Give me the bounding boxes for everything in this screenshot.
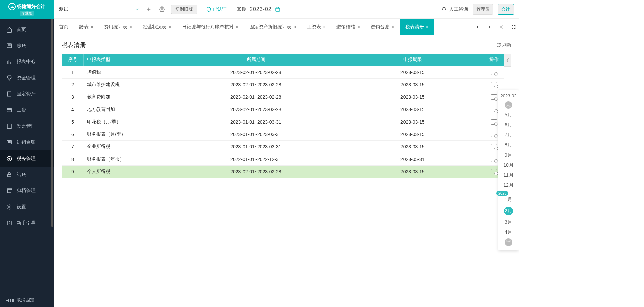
month-option[interactable]: 7月 [503,130,514,140]
tabs-close-all[interactable] [495,19,507,35]
cell-index: 4 [62,103,84,116]
view-detail-icon[interactable] [491,169,497,174]
tab-tax-register[interactable]: 税表清册× [400,19,434,35]
table-row[interactable]: 2城市维护建设税2023-02-01~2023-02-282023-03-15 [62,78,504,91]
tabs-scroll-left[interactable] [471,19,483,35]
close-icon[interactable]: × [357,24,360,30]
tab-journal[interactable]: 日记账与银行对账单核对× [177,19,244,35]
tabs-scroll-right[interactable] [483,19,495,35]
sidebar-item-reports[interactable]: 报表中心 [0,54,54,70]
month-option[interactable]: 3月 [504,217,513,227]
tab-payroll[interactable]: 工资表× [302,19,331,35]
tab-label: 经营状况表 [143,24,166,30]
sidebar-item-home[interactable]: 首页 [0,21,54,38]
cell-type: 印花税（月/季） [84,116,171,128]
close-icon[interactable]: × [323,24,326,30]
refresh-icon [496,43,501,47]
month-option[interactable]: 11月 [503,170,514,180]
expand-handle[interactable]: ❮ [504,54,511,67]
month-option[interactable]: 9月 [503,150,514,160]
month-option[interactable]: 2月 [504,205,513,217]
close-icon[interactable]: × [391,24,394,30]
sidebar-scrollbar[interactable] [51,19,54,294]
table-row[interactable]: 4地方教育附加2023-02-01~2023-02-282023-03-15 [62,103,504,116]
tab-aging[interactable]: 龄表× [74,19,99,35]
view-detail-icon[interactable] [491,144,497,149]
sidebar-label: 发票管理 [17,123,36,129]
sidebar-item-settings[interactable]: 设置 [0,199,54,215]
brand-logo[interactable]: ☁ 畅捷通好会计 专业版 [0,0,54,19]
month-option[interactable]: 5月 [503,110,514,120]
sidebar-item-invoice[interactable]: 发票管理 [0,118,54,134]
close-icon[interactable]: × [129,24,132,30]
view-detail-icon[interactable] [491,132,497,137]
tab-label: 固定资产折旧统计表 [249,24,291,30]
sidebar-item-archive[interactable]: 归档管理 [0,183,54,199]
close-icon[interactable]: × [293,24,296,30]
cell-period: 2023-01-01~2023-03-31 [171,128,341,140]
close-icon[interactable]: × [91,24,93,30]
month-option[interactable]: 1月 [504,194,513,205]
close-icon[interactable]: × [236,24,238,30]
add-button[interactable] [144,5,153,14]
view-detail-icon[interactable] [491,119,497,125]
role-admin-button[interactable]: 管理员 [473,4,493,15]
table-row[interactable]: 7企业所得税2023-01-01~2023-03-312023-03-15 [62,140,504,153]
date-scroll-up[interactable]: ︽ [505,101,512,109]
table-row[interactable]: 3教育费附加2023-02-01~2023-02-282023-03-15 [62,91,504,103]
sidebar-item-salary[interactable]: 工资 [0,102,54,118]
calendar-icon[interactable] [275,7,280,12]
sidebar-pin-toggle[interactable]: ◀▮▮ 取消固定 [0,293,54,307]
cell-type: 城市维护建设税 [84,79,171,91]
sidebar-item-inventory[interactable]: 进销台账 [0,134,54,150]
cell-type: 地方教育附加 [84,103,171,116]
tab-audit[interactable]: 进销稽核× [331,19,365,35]
month-option[interactable]: 6月 [503,120,514,130]
close-icon[interactable]: × [168,24,171,30]
sidebar-item-guide[interactable]: 新手引导 [0,215,54,231]
month-option[interactable]: 12月 [503,180,514,190]
date-scroll-down[interactable]: ︾ [505,238,512,246]
company-selector[interactable]: 测试 [59,6,140,12]
view-detail-icon[interactable] [491,94,497,100]
tab-depreciation[interactable]: 固定资产折旧统计表× [244,19,302,35]
tab-label: 日记账与银行对账单核对 [182,24,234,30]
sidebar-item-closing[interactable]: 结账 [0,167,54,183]
settings-top-button[interactable] [158,5,166,14]
view-detail-icon[interactable] [491,157,497,162]
cell-type: 企业所得税 [84,141,171,153]
sidebar-item-tax[interactable]: 税务管理 [0,150,54,167]
cell-index: 6 [62,128,84,140]
close-icon[interactable]: × [426,24,429,30]
table-row[interactable]: 9个人所得税2023-02-01~2023-02-282023-03-15 [62,165,504,178]
money-icon [6,75,13,81]
cell-period: 2022-01-01~2022-12-31 [171,153,341,165]
role-accountant-button[interactable]: 会计 [498,4,514,15]
tab-inventory-ledger[interactable]: 进销台账× [365,19,399,35]
page-title: 税表清册 [62,41,86,49]
table-row[interactable]: 6财务报表（月/季）2023-01-01~2023-03-312023-03-1… [62,128,504,140]
chart-icon [6,58,13,65]
view-detail-icon[interactable] [491,70,497,75]
table-row[interactable]: 8财务报表（年报）2022-01-01~2022-12-312023-05-31 [62,153,504,165]
sidebar-item-ledger[interactable]: 总账 [0,38,54,54]
month-option[interactable]: 4月 [504,227,513,237]
refresh-button[interactable]: 刷新 [496,42,511,48]
tab-expense[interactable]: 费用统计表× [99,19,138,35]
month-option[interactable]: 8月 [503,140,514,150]
switch-old-version-button[interactable]: 切到旧版 [171,5,197,14]
sidebar-item-assets[interactable]: 固定资产 [0,86,54,102]
tab-home[interactable]: 首页 [54,19,74,35]
view-detail-icon[interactable] [491,107,497,112]
view-detail-icon[interactable] [491,82,497,87]
table-row[interactable]: 5印花税（月/季）2023-01-01~2023-03-312023-03-15 [62,116,504,128]
tab-business[interactable]: 经营状况表× [138,19,176,35]
cell-period: 2023-02-01~2023-02-28 [171,166,341,178]
sidebar-item-funds[interactable]: 资金管理 [0,70,54,86]
company-name: 测试 [59,6,68,12]
support-button[interactable]: 人工咨询 [441,6,468,12]
tabs-fullscreen[interactable] [507,19,519,35]
month-option[interactable]: 10月 [503,160,514,170]
table-row[interactable]: 1增值税2023-02-01~2023-02-282023-03-15 [62,66,504,78]
th-index: 序号 [62,54,84,66]
